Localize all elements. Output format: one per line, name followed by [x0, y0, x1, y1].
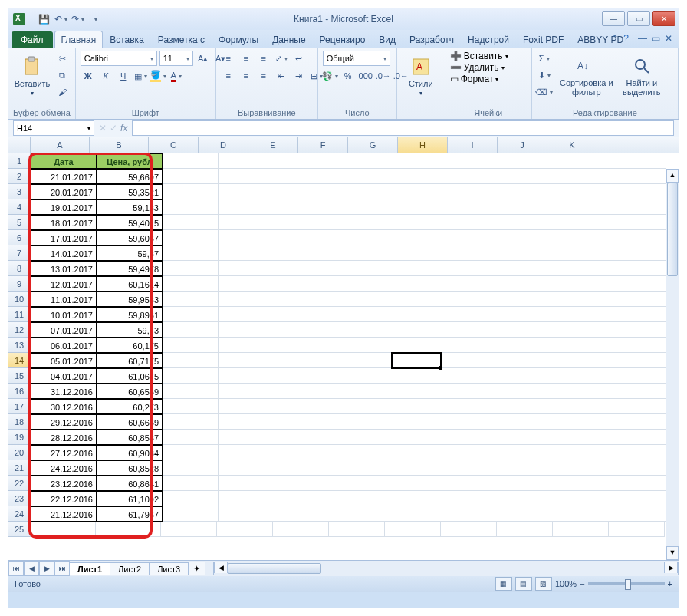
col-header-A[interactable]: A [31, 137, 90, 153]
cell[interactable] [554, 184, 610, 199]
cell[interactable] [554, 261, 610, 276]
cell[interactable] [386, 353, 442, 368]
sheet-nav-first[interactable]: ⏮ [8, 561, 24, 576]
row-header[interactable]: 3 [8, 184, 31, 199]
cell[interactable] [554, 307, 610, 322]
cell[interactable]: 04.01.2017 [31, 368, 97, 384]
tab-formulas[interactable]: Формулы [212, 31, 265, 48]
format-painter-button[interactable]: 🖌 [54, 84, 70, 100]
tab-developer[interactable]: Разработч [403, 31, 461, 48]
vscroll-thumb[interactable] [667, 183, 678, 276]
grow-font-button[interactable]: A▴ [196, 51, 211, 66]
cell[interactable] [554, 245, 610, 261]
align-bottom-button[interactable]: ≡ [256, 51, 271, 66]
bold-button[interactable]: Ж [81, 68, 96, 84]
tab-data[interactable]: Данные [265, 31, 312, 48]
cell[interactable] [554, 353, 610, 368]
cell[interactable] [498, 153, 554, 169]
cell[interactable] [442, 276, 498, 292]
cell[interactable] [163, 153, 219, 169]
cell[interactable] [442, 384, 498, 399]
border-button[interactable]: ▦ [133, 68, 149, 84]
save-button[interactable]: 💾 [37, 12, 51, 26]
cell[interactable]: Цена, рубл [97, 153, 163, 169]
tab-pagelayout[interactable]: Разметка с [151, 31, 212, 48]
cell[interactable] [610, 199, 666, 215]
cell[interactable] [610, 353, 666, 368]
cell[interactable]: 30.12.2016 [31, 399, 97, 414]
cell[interactable] [163, 199, 219, 215]
cell[interactable]: 60,7175 [97, 353, 163, 368]
enter-formula-icon[interactable]: ✓ [110, 123, 117, 133]
cell[interactable] [554, 460, 610, 476]
cell[interactable] [386, 261, 442, 276]
cell[interactable] [554, 338, 610, 353]
cell[interactable] [161, 522, 217, 537]
cell[interactable] [442, 292, 498, 307]
cell[interactable] [610, 399, 666, 414]
cell[interactable] [219, 169, 274, 184]
font-color-button[interactable]: A [169, 68, 184, 84]
cell[interactable] [330, 476, 386, 491]
cell[interactable]: Дата [31, 153, 97, 169]
sort-filter-button[interactable]: A↓ Сортировка и фильтр [560, 51, 613, 101]
cell[interactable] [610, 506, 666, 522]
cell[interactable] [386, 292, 442, 307]
row-header[interactable]: 23 [8, 491, 31, 506]
cell[interactable] [498, 322, 554, 338]
cell[interactable] [274, 245, 330, 261]
cell[interactable]: 23.12.2016 [31, 476, 97, 491]
zoom-slider[interactable] [588, 582, 665, 585]
cell[interactable] [163, 261, 219, 276]
cell[interactable] [274, 338, 330, 353]
col-header-D[interactable]: D [199, 137, 248, 153]
col-header-H[interactable]: H [398, 137, 448, 153]
row-header[interactable]: 4 [8, 199, 31, 215]
cell[interactable] [219, 353, 274, 368]
tab-review[interactable]: Рецензиро [313, 31, 373, 48]
align-right-button[interactable]: ≡ [256, 68, 271, 84]
cell[interactable]: 60,6569 [97, 384, 163, 399]
cell[interactable] [163, 322, 219, 338]
cell[interactable] [442, 476, 498, 491]
cell[interactable] [217, 522, 273, 537]
cell[interactable] [498, 430, 554, 445]
cell[interactable] [163, 307, 219, 322]
cell[interactable]: 05.01.2017 [31, 353, 97, 368]
cell[interactable] [219, 430, 274, 445]
cell[interactable] [219, 153, 274, 169]
cell[interactable]: 60,1614 [97, 276, 163, 292]
cell[interactable] [330, 261, 386, 276]
row-header[interactable]: 7 [8, 245, 31, 261]
sheet-nav-next[interactable]: ▶ [39, 561, 54, 576]
cell[interactable] [609, 522, 665, 537]
cell[interactable] [498, 230, 554, 245]
cell[interactable] [219, 307, 274, 322]
cell[interactable] [498, 506, 554, 522]
cell[interactable] [163, 430, 219, 445]
cell[interactable] [554, 276, 610, 292]
cell[interactable] [163, 399, 219, 414]
cell[interactable]: 61,7967 [97, 506, 163, 522]
cell[interactable]: 60,8528 [97, 460, 163, 476]
cell[interactable]: 12.01.2017 [31, 276, 97, 292]
cell[interactable] [554, 506, 610, 522]
cell[interactable] [442, 261, 498, 276]
cell[interactable] [554, 430, 610, 445]
cell[interactable] [610, 307, 666, 322]
view-normal-button[interactable]: ▦ [495, 577, 512, 591]
cell[interactable] [219, 414, 274, 430]
cells-format-button[interactable]: ▭Формат▾ [450, 74, 499, 84]
cell[interactable] [219, 276, 274, 292]
row-header[interactable]: 18 [8, 414, 31, 430]
cell[interactable] [386, 414, 442, 430]
cell[interactable] [163, 460, 219, 476]
cell[interactable] [442, 430, 498, 445]
cell[interactable] [442, 445, 498, 460]
cell[interactable] [219, 491, 274, 506]
cell[interactable] [219, 384, 274, 399]
minimize-button[interactable]: — [602, 11, 625, 26]
scroll-right-button[interactable]: ▶ [664, 562, 678, 573]
cell[interactable] [330, 491, 386, 506]
zoom-in-button[interactable]: + [668, 579, 672, 588]
